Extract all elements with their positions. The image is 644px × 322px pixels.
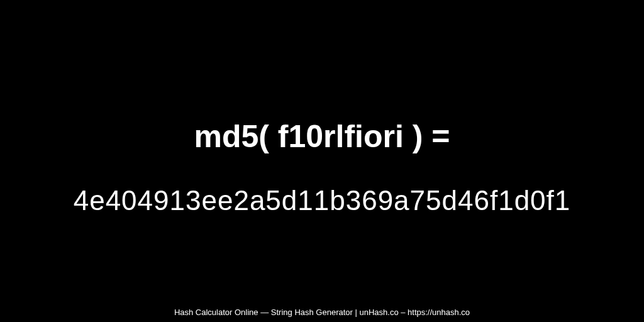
- footer-text: Hash Calculator Online — String Hash Gen…: [0, 308, 644, 317]
- hash-expression: md5( f10rlfiori ) =: [194, 118, 450, 155]
- main-content: md5( f10rlfiori ) = 4e404913ee2a5d11b369…: [74, 118, 571, 216]
- hash-result: 4e404913ee2a5d11b369a75d46f1d0f1: [74, 185, 571, 216]
